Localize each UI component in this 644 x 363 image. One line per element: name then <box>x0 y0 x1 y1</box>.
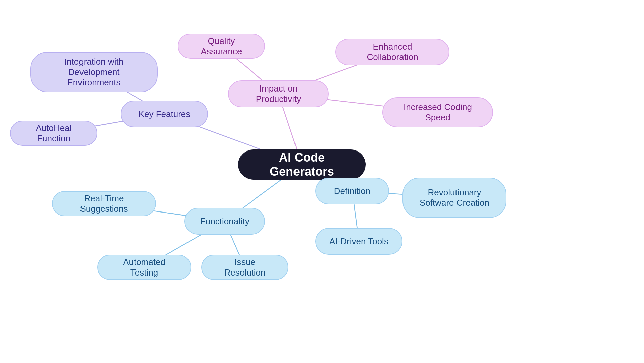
definition-node: Definition <box>315 178 389 204</box>
integration-node: Integration with Development Environment… <box>30 52 158 92</box>
autoheal-node: AutoHeal Function <box>10 121 97 146</box>
enhanced-collab-node: Enhanced Collaboration <box>335 39 449 65</box>
ai-driven-node: AI-Driven Tools <box>315 228 402 255</box>
realtime-node: Real-Time Suggestions <box>52 191 156 216</box>
quality-node: Quality Assurance <box>178 34 265 59</box>
center-node: AI Code Generators <box>238 149 366 180</box>
increased-speed-node: Increased Coding Speed <box>382 97 493 127</box>
revolutionary-node: Revolutionary Software Creation <box>402 178 506 218</box>
functionality-node: Functionality <box>184 208 265 235</box>
key-features-node: Key Features <box>121 101 208 127</box>
automated-node: Automated Testing <box>97 255 191 280</box>
impact-node: Impact on Productivity <box>228 80 329 107</box>
issue-res-node: Issue Resolution <box>201 255 288 280</box>
